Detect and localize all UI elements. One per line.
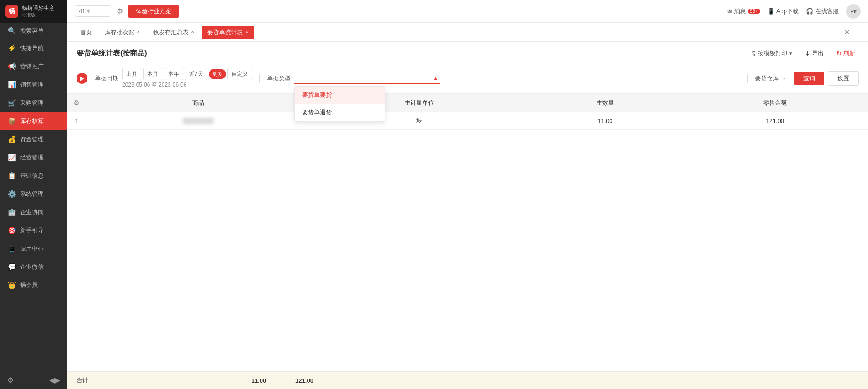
finance-icon: 💰	[7, 135, 16, 144]
tab-order-stats-close[interactable]: ✕	[245, 29, 249, 35]
headset-icon: 🎧	[806, 8, 813, 15]
sidebar-item-search[interactable]: 🔍 搜索菜单	[0, 23, 67, 39]
warehouse-more-icon[interactable]: ···	[782, 75, 787, 82]
type-filter-label: 单据类型	[267, 74, 291, 82]
date-btn-last-7days[interactable]: 近7天	[185, 68, 207, 80]
tab-order-stats[interactable]: 要货单统计表 ✕	[202, 26, 254, 39]
logo-name: 畅捷通好生意	[22, 5, 55, 12]
sidebar-item-label: 经营管理	[20, 154, 44, 162]
filter-bar: ▶ 单据日期 上月 本月 本年 近7天 更多 自定义 2023-05-06 至 …	[67, 63, 868, 94]
column-settings-icon[interactable]: ⚙	[73, 99, 80, 107]
tab-order-stats-label: 要货单统计表	[207, 28, 243, 36]
export-btn[interactable]: ⬇ 导出	[801, 47, 827, 59]
sidebar-item-sales[interactable]: 📊 销售管理	[0, 76, 67, 94]
date-btn-this-month[interactable]: 本月	[143, 68, 162, 80]
product-name: ████ ███	[183, 118, 214, 124]
table-row: 1 ████ ███ 块 11.00 121.00	[67, 112, 868, 130]
sidebar-item-finance[interactable]: 💰 资金管理	[0, 130, 67, 148]
guide-icon: 🎯	[7, 226, 16, 235]
sidebar-item-label: 销售管理	[20, 81, 44, 89]
sidebar-settings-icon[interactable]: ⚙	[7, 376, 14, 384]
dropdown-item-order-goods[interactable]: 要货单要货	[295, 87, 385, 104]
app-center-icon: 📱	[7, 244, 16, 253]
logo-sub: 标准版	[22, 12, 55, 18]
table-area: ⚙ 商品 主计量单位 主数量 零售金额 1 ████ ███ 块	[67, 94, 868, 371]
footer-amount: 121.00	[286, 377, 323, 384]
topbar-gear-icon[interactable]: ⚙	[117, 7, 123, 15]
sidebar-item-quick-nav[interactable]: ⚡ 快捷导航	[0, 39, 67, 57]
sidebar-item-system[interactable]: ⚙️ 系统管理	[0, 185, 67, 203]
sidebar-item-member[interactable]: 👑 畅会员	[0, 276, 67, 294]
industry-btn[interactable]: 体验行业方案	[128, 5, 179, 18]
date-filter-label: 单据日期	[95, 74, 118, 82]
sidebar-item-purchase[interactable]: 🛒 采购管理	[0, 94, 67, 112]
type-filter-group: 单据类型 ▲ 要货单要货 要货单退货	[267, 73, 740, 84]
settings-button[interactable]: 设置	[828, 71, 859, 86]
date-btn-this-year[interactable]: 本年	[164, 68, 183, 80]
type-select-arrow-icon[interactable]: ▲	[433, 75, 438, 82]
export-label: 导出	[812, 49, 824, 57]
messages-btn[interactable]: ✉ 消息 99+	[727, 7, 760, 15]
user-avatar[interactable]: Rit	[846, 4, 861, 19]
filter-expand-btn[interactable]: ▶	[77, 73, 87, 84]
tab-inventory-batch-label: 库存批次账	[105, 28, 134, 36]
tab-home[interactable]: 首页	[75, 26, 98, 39]
print-template-label: 按模板打印	[758, 49, 787, 57]
date-range-display: 2023-05-06 至 2023-06-06	[122, 81, 186, 89]
inventory-icon: 📦	[7, 117, 16, 126]
sidebar-item-label: 资金管理	[20, 135, 44, 143]
col-settings: ⚙	[67, 94, 86, 112]
table-footer: 合计 11.00 121.00	[67, 371, 868, 389]
sidebar-item-label: 采购管理	[20, 99, 44, 107]
query-button[interactable]: 查询	[794, 72, 824, 85]
sidebar-item-marketing[interactable]: 📢 营销推广	[0, 57, 67, 76]
refresh-btn[interactable]: ↻ 刷新	[833, 47, 859, 59]
print-template-btn[interactable]: 🖨 按模板打印 ▾	[746, 47, 796, 59]
filter-separator-1	[259, 74, 260, 83]
date-btn-custom[interactable]: 自定义	[227, 68, 252, 80]
marketing-icon: 📢	[7, 62, 16, 71]
tab-inventory-batch[interactable]: 库存批次账 ✕	[99, 26, 146, 39]
refresh-label: 刷新	[843, 49, 855, 57]
tab-receivable-summary[interactable]: 收发存汇总表 ✕	[148, 26, 200, 39]
messages-label: 消息	[734, 7, 746, 15]
dropdown-item-order-return[interactable]: 要货单退货	[295, 104, 385, 121]
sidebar-item-label: 快捷导航	[20, 44, 44, 52]
date-btn-last-month[interactable]: 上月	[122, 68, 141, 80]
sidebar-collapse-icon[interactable]: ◀▶	[49, 376, 60, 384]
data-table: ⚙ 商品 主计量单位 主数量 零售金额 1 ████ ███ 块	[67, 94, 868, 130]
tab-receivable-summary-close[interactable]: ✕	[190, 29, 195, 35]
tab-inventory-batch-close[interactable]: ✕	[136, 29, 140, 35]
sidebar-footer: ⚙ ◀▶	[0, 371, 67, 389]
logo-icon: 畅	[5, 5, 18, 18]
footer-total-label: 合计	[77, 377, 88, 384]
online-service-label: 在线客服	[815, 7, 839, 15]
company-selector[interactable]: 41 ▾	[75, 5, 111, 17]
sidebar-item-enterprise[interactable]: 🏢 企业协同	[0, 203, 67, 221]
refresh-icon: ↻	[837, 50, 842, 57]
tab-fullscreen-icon[interactable]: ⛶	[853, 28, 861, 36]
online-service-btn[interactable]: 🎧 在线客服	[806, 7, 839, 15]
date-btn-more[interactable]: 更多	[209, 69, 226, 79]
sidebar-item-operation[interactable]: 📈 经营管理	[0, 148, 67, 167]
filter-actions: 查询 设置	[794, 71, 859, 86]
sidebar-item-basic[interactable]: 📋 基础信息	[0, 167, 67, 185]
wechat-icon: 💬	[7, 262, 16, 271]
dropdown-item-label: 要货单退货	[302, 109, 332, 116]
sidebar-item-inventory[interactable]: 📦 库存核算	[0, 112, 67, 130]
quick-nav-icon: ⚡	[7, 44, 16, 53]
sidebar-item-wechat[interactable]: 💬 企业微信	[0, 258, 67, 276]
phone-icon: 📱	[767, 8, 775, 15]
search-icon: 🔍	[7, 26, 16, 36]
warehouse-filter-label: 要货仓库	[755, 74, 779, 82]
app-download-btn[interactable]: 📱 App下载	[767, 7, 799, 15]
tab-close-all-icon[interactable]: ✕	[844, 28, 850, 36]
avatar-text: Rit	[850, 9, 856, 14]
sidebar-item-app-center[interactable]: 📱 应用中心	[0, 240, 67, 258]
col-quantity: 主数量	[528, 94, 682, 112]
main-area: 41 ▾ ⚙ 体验行业方案 ✉ 消息 99+ 📱 App下载 🎧 在线客服 Ri…	[67, 0, 868, 389]
sidebar-item-label: 畅会员	[20, 281, 38, 289]
footer-quantity: 11.00	[241, 377, 277, 384]
sidebar-item-guide[interactable]: 🎯 新手引导	[0, 221, 67, 240]
type-select-input[interactable]	[294, 73, 440, 84]
